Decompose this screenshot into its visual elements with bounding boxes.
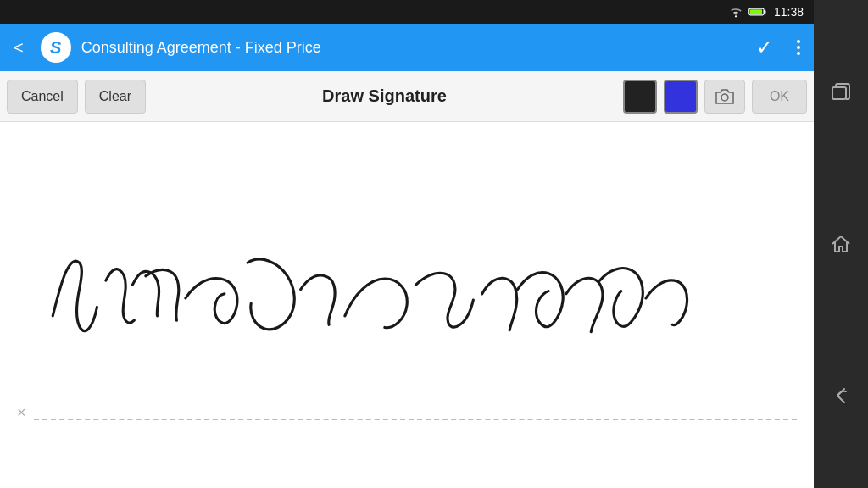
battery-icon — [748, 7, 767, 17]
draw-signature-title: Draw Signature — [153, 86, 616, 106]
app-logo: S — [41, 32, 71, 63]
back-icon — [829, 384, 853, 408]
more-dot — [797, 40, 800, 43]
blue-color-swatch[interactable] — [664, 80, 698, 114]
more-dot — [797, 52, 800, 55]
svg-point-0 — [735, 15, 737, 17]
nav-title: Consulting Agreement - Fixed Price — [81, 39, 739, 57]
signature-drawing — [8, 139, 805, 386]
status-time: 11:38 — [774, 5, 804, 19]
back-button[interactable] — [822, 377, 860, 414]
home-button[interactable] — [822, 225, 860, 263]
recent-apps-button[interactable] — [822, 74, 860, 111]
signature-area[interactable]: × — [0, 122, 814, 488]
baseline — [34, 419, 797, 420]
wifi-icon — [728, 6, 743, 18]
camera-button[interactable] — [704, 80, 745, 114]
home-icon — [829, 232, 853, 256]
svg-rect-2 — [764, 10, 765, 14]
nav-check-button[interactable]: ✓ — [749, 29, 780, 66]
more-dot — [797, 46, 800, 49]
cancel-button[interactable]: Cancel — [7, 80, 78, 114]
black-color-swatch[interactable] — [623, 80, 657, 114]
toolbar: Cancel Clear Draw Signature OK — [0, 71, 814, 122]
camera-icon — [715, 88, 735, 105]
nav-more-button[interactable] — [790, 33, 807, 62]
status-bar: 11:38 — [0, 0, 814, 24]
svg-rect-3 — [750, 9, 762, 14]
recent-apps-icon — [829, 80, 853, 104]
svg-point-4 — [721, 94, 728, 101]
clear-button[interactable]: Clear — [85, 80, 146, 114]
nav-side — [814, 0, 868, 488]
ok-button[interactable]: OK — [752, 80, 807, 114]
nav-back-button[interactable]: < — [7, 31, 31, 64]
svg-rect-5 — [832, 87, 846, 99]
status-icons — [728, 6, 767, 18]
baseline-x-mark: × — [17, 404, 26, 422]
nav-bar: < S Consulting Agreement - Fixed Price ✓ — [0, 24, 814, 71]
